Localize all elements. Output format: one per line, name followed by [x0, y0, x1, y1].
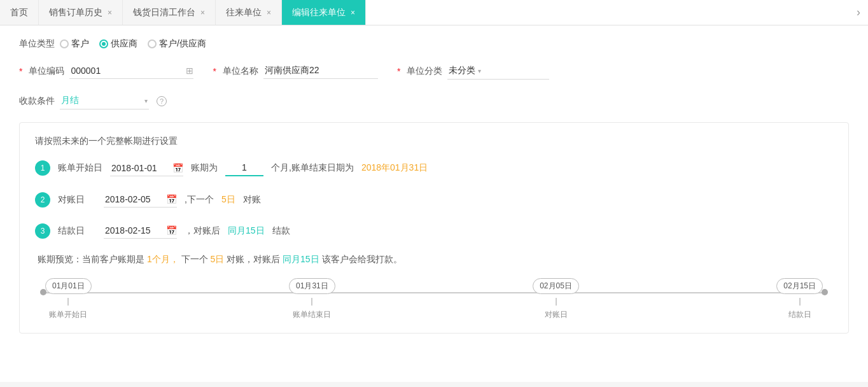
tab-cash-work[interactable]: 钱货日清工作台 ×	[123, 0, 216, 25]
timeline-node-4: 02月15日 结款日	[776, 278, 823, 320]
unit-category-label: 单位分类	[407, 66, 442, 77]
timeline-bubble-4: 02月15日	[776, 278, 823, 294]
unit-code-input-wrap: ⊞	[69, 63, 193, 79]
unit-category-dropdown[interactable]: 未分类 ▾	[447, 62, 549, 80]
payment-terms-label: 收款条件	[19, 95, 55, 107]
timeline-connector-2	[311, 298, 312, 306]
close-tab-cash-work[interactable]: ×	[200, 8, 205, 17]
radio-label-customer: 客户	[71, 38, 89, 50]
radio-circle-supplier	[99, 39, 108, 48]
timeline-node-1: 01月01日 账单开始日	[45, 278, 92, 320]
payment-terms-row: 收款条件 月结 ▾ ?	[19, 92, 849, 109]
period-row-3: 3 结款日 📅 ，对账后 同月15日 结款	[35, 223, 833, 239]
period-date-1-wrap: 📅	[110, 160, 183, 176]
tab-more-button[interactable]: ›	[849, 0, 868, 25]
unit-category-star: *	[397, 66, 400, 76]
unit-code-input[interactable]	[69, 63, 183, 78]
period-2-suffix-post: 对账	[243, 194, 261, 206]
timeline-node-2: 01月31日 账单结束日	[289, 278, 335, 320]
timeline-nodes: 01月01日 账单开始日 01月31日 账单结束日 02月05日 对账日 02月…	[45, 278, 823, 320]
tab-partner[interactable]: 往来单位 ×	[216, 0, 282, 25]
unit-code-field: * 单位编码 ⊞	[19, 63, 193, 79]
close-tab-partner[interactable]: ×	[267, 8, 271, 17]
preview-text: 账期预览：当前客户账期是 1个月， 下一个 5日 对账，对账后 同月15日 该客…	[35, 254, 833, 265]
period-date-3-input[interactable]	[104, 223, 161, 238]
preview-suffix: 该客户会给我打款。	[322, 254, 402, 264]
period-date-2-calendar-icon[interactable]: 📅	[166, 194, 177, 204]
main-content: 单位类型 客户 供应商 客户/供应商 * 单位编码	[0, 25, 868, 382]
period-1-suffix-post: 个月,账单结束日期为	[271, 162, 354, 174]
radio-circle-customer	[60, 39, 69, 48]
unit-code-star: *	[19, 66, 22, 76]
category-chevron-icon: ▾	[478, 67, 481, 74]
period-row-1: 1 账单开始日 📅 账期为 个月,账单结束日期为 2018年01月31日	[35, 160, 833, 176]
tab-home[interactable]: 首页	[0, 0, 39, 25]
preview-highlight2: 5日	[210, 254, 224, 264]
period-date-1-calendar-icon[interactable]: 📅	[172, 163, 183, 173]
period-date-1-input[interactable]	[110, 160, 167, 176]
radio-label-supplier: 供应商	[111, 38, 137, 50]
timeline-bubble-3: 02月05日	[533, 278, 579, 294]
preview-prefix: 账期预览：当前客户账期是	[38, 254, 144, 264]
period-date-3-wrap: 📅	[104, 223, 177, 239]
period-row-2: 2 对账日 📅 ,下一个 5日 对账	[35, 192, 833, 208]
close-tab-sales-history[interactable]: ×	[108, 8, 112, 17]
tab-sales-history[interactable]: 销售订单历史 ×	[39, 0, 123, 25]
period-months-input[interactable]	[225, 160, 263, 176]
payment-terms-field: 收款条件 月结 ▾ ?	[19, 92, 167, 109]
timeline-label-4: 结款日	[788, 309, 811, 320]
period-date-2-input[interactable]	[104, 192, 161, 207]
tab-edit-partner[interactable]: 编辑往来单位 ×	[282, 0, 366, 25]
period-num-1: 1	[35, 160, 50, 176]
code-name-category-row: * 单位编码 ⊞ * 单位名称 * 单位分类 未分类 ▾	[19, 62, 849, 80]
radio-both[interactable]: 客户/供应商	[148, 38, 206, 50]
timeline-connector-4	[799, 298, 801, 306]
timeline-node-3: 02月05日 对账日	[533, 278, 579, 320]
unit-type-row: 单位类型 客户 供应商 客户/供应商	[19, 38, 849, 50]
timeline-bubble-1: 01月01日	[45, 278, 92, 294]
period-label-3: 结款日	[58, 225, 96, 237]
unit-name-star: *	[213, 66, 216, 76]
radio-group: 客户 供应商 客户/供应商	[60, 38, 206, 50]
period-section-box: 请按照未来的一个完整帐期进行设置 1 账单开始日 📅 账期为 个月,账单结束日期…	[19, 122, 849, 334]
timeline-connector-1	[67, 298, 69, 306]
unit-type-label: 单位类型	[19, 38, 55, 50]
preview-highlight3: 同月15日	[283, 254, 319, 264]
payment-terms-select[interactable]: 月结 ▾	[60, 92, 149, 109]
period-1-suffix-pre: 账期为	[191, 162, 218, 174]
period-label-2: 对账日	[58, 194, 96, 206]
preview-middle2: 对账，对账后	[227, 254, 280, 264]
period-2-highlight: 5日	[221, 194, 235, 206]
radio-supplier[interactable]: 供应商	[99, 38, 137, 50]
unit-name-field: * 单位名称	[213, 63, 377, 79]
radio-label-both: 客户/供应商	[159, 38, 206, 50]
close-tab-edit-partner[interactable]: ×	[351, 8, 355, 17]
unit-type-field: 单位类型 客户 供应商 客户/供应商	[19, 38, 206, 50]
tab-bar: 首页 销售订单历史 × 钱货日清工作台 × 往来单位 × 编辑往来单位 × ›	[0, 0, 868, 25]
preview-middle1: 下一个	[181, 254, 208, 264]
timeline-connector-3	[556, 298, 557, 306]
period-3-suffix-pre: ，对账后	[185, 225, 220, 237]
timeline-label-3: 对账日	[545, 309, 568, 320]
unit-code-icon[interactable]: ⊞	[186, 66, 193, 76]
timeline-container: 01月01日 账单开始日 01月31日 账单结束日 02月05日 对账日 02月…	[35, 278, 833, 320]
unit-category-field: * 单位分类 未分类 ▾	[397, 62, 549, 80]
period-3-suffix-post: 结款	[272, 225, 290, 237]
timeline-label-2: 账单结束日	[293, 309, 331, 320]
unit-name-input[interactable]	[263, 63, 378, 79]
period-1-highlight: 2018年01月31日	[361, 162, 428, 174]
payment-terms-chevron-icon: ▾	[144, 97, 148, 104]
period-date-3-calendar-icon[interactable]: 📅	[166, 225, 177, 236]
help-icon[interactable]: ?	[157, 96, 167, 106]
preview-highlight1: 1个月，	[147, 254, 179, 264]
timeline-bubble-2: 01月31日	[289, 278, 335, 294]
unit-name-label: 单位名称	[223, 66, 258, 77]
period-num-3: 3	[35, 223, 50, 239]
radio-circle-both	[148, 39, 157, 48]
payment-terms-value: 月结	[61, 95, 142, 106]
radio-customer[interactable]: 客户	[60, 38, 89, 50]
timeline-label-1: 账单开始日	[49, 309, 87, 320]
period-date-2-wrap: 📅	[104, 192, 177, 208]
period-num-2: 2	[35, 192, 50, 208]
period-3-highlight: 同月15日	[228, 225, 265, 237]
